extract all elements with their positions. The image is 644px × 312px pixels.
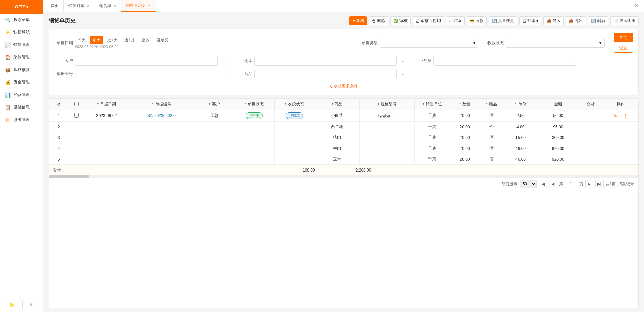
delete-button[interactable]: 🗑 删除: [369, 16, 388, 25]
date-chip-7days[interactable]: 近7天: [105, 36, 120, 44]
cell-checkbox[interactable]: [69, 110, 84, 122]
refresh-button[interactable]: 🔃 刷新: [588, 16, 608, 25]
select-all-checkbox[interactable]: [74, 102, 79, 106]
customer-ellipsis-btn[interactable]: ...: [220, 58, 227, 64]
cell-docnum[interactable]: [129, 143, 194, 154]
export-button[interactable]: 📤 导出: [566, 16, 586, 25]
collapse-more-btn[interactable]: ∧ 收起更多条件: [54, 82, 633, 90]
sort-icon[interactable]: ↕: [515, 102, 517, 106]
tab-sales-history-close-icon[interactable]: ✕: [148, 4, 151, 7]
date-chip-today[interactable]: 今天: [90, 36, 103, 44]
pay-status-select[interactable]: ▾: [506, 38, 605, 48]
sort-icon[interactable]: ↕: [97, 102, 99, 106]
sidebar-item-inventory[interactable]: 📦 库存核算: [0, 63, 43, 76]
sidebar-item-search-menu[interactable]: 🔍 搜索菜单: [0, 14, 43, 26]
query-button[interactable]: 查询: [614, 33, 633, 42]
sort-icon[interactable]: ↕: [422, 102, 424, 106]
staff-input[interactable]: [433, 56, 576, 66]
date-chip-1month[interactable]: 近1月: [122, 36, 138, 44]
show-detail-button[interactable]: 📄 显示明细: [610, 16, 639, 25]
cell-paystatus: 已收款: [274, 110, 314, 122]
collect-icon: 💳: [470, 19, 475, 23]
sort-icon[interactable]: ↕: [208, 102, 211, 106]
goods-input[interactable]: [254, 69, 397, 78]
cell-checkbox[interactable]: [69, 132, 84, 143]
sidebar-bottom-btn2[interactable]: ⏸: [22, 300, 40, 309]
cell-checkbox[interactable]: [69, 154, 84, 165]
staff-ellipsis-btn[interactable]: ...: [578, 58, 586, 64]
col-checkbox-header[interactable]: [69, 99, 84, 110]
collect-button[interactable]: 💳 收款: [467, 16, 487, 25]
next-page-btn[interactable]: ▶: [585, 180, 593, 188]
close-all-tabs-icon[interactable]: ✕: [632, 3, 641, 9]
warehouse-label: 仓库: [234, 58, 252, 64]
sort-icon[interactable]: ↕: [152, 102, 154, 106]
cell-customer: 王总: [194, 110, 234, 122]
footer-qty-total: 100.00: [303, 168, 315, 173]
cell-action: [603, 132, 638, 143]
date-chip-custom[interactable]: 自定义: [153, 36, 171, 44]
setting-button[interactable]: 设置: [614, 44, 633, 53]
row-checkbox[interactable]: [74, 113, 79, 118]
filter-pay-status: 收款状态 ▾: [485, 38, 605, 48]
cell-docnum[interactable]: [129, 122, 194, 132]
warehouse-ellipsis-btn[interactable]: ...: [399, 58, 406, 64]
prev-page-btn[interactable]: ◀: [549, 180, 557, 188]
audit-print-button[interactable]: 🖨 审核并打印: [413, 16, 444, 25]
tab-home[interactable]: 首页: [46, 0, 64, 12]
sidebar-item-quick-nav[interactable]: ⚡ 快捷导航: [0, 26, 43, 38]
last-page-btn[interactable]: ▶|: [595, 180, 604, 188]
batch-change-button[interactable]: 🔄 批量变更: [489, 16, 517, 25]
goods-ellipsis-btn[interactable]: ...: [399, 71, 406, 77]
customer-input[interactable]: [75, 56, 218, 66]
cell-checkbox[interactable]: [69, 143, 84, 154]
edit-action-icon[interactable]: ✎: [613, 113, 617, 119]
col-settings[interactable]: ⚙: [49, 99, 69, 110]
tab-sales-goods[interactable]: 销货单 ✕: [94, 0, 121, 12]
docnum-input[interactable]: [75, 69, 227, 78]
cell-qty: 20.00: [450, 154, 480, 165]
print-button[interactable]: 🖨 打印 ▾: [519, 16, 541, 25]
audit-button[interactable]: ✅ 审核: [390, 16, 411, 25]
sidebar-item-purchase-mgmt[interactable]: 🏠 采购管理: [0, 51, 43, 63]
cell-docnum[interactable]: [129, 132, 194, 143]
sidebar-item-basic-info[interactable]: 📋 基础信息: [0, 101, 43, 113]
tab-sales-goods-close-icon[interactable]: ✕: [113, 4, 116, 8]
doc-type-select[interactable]: ▾: [380, 38, 479, 48]
cell-goods: 西兰花: [314, 122, 360, 132]
page-unit: 页: [579, 181, 583, 187]
more-action-icon[interactable]: ⋮⋮: [619, 113, 628, 119]
sort-icon[interactable]: ↕: [331, 102, 333, 106]
sidebar-item-operations[interactable]: 📊 经营管理: [0, 88, 43, 101]
cell-docnum[interactable]: SA-20230602-0: [129, 110, 194, 122]
sidebar-item-system[interactable]: ⚙ 系统管理: [0, 113, 43, 126]
sales-icon: 📈: [5, 42, 11, 48]
warehouse-input[interactable]: [254, 56, 397, 66]
col-price-header: ↕ 单价: [503, 99, 538, 110]
sort-icon[interactable]: ↕: [285, 102, 287, 106]
sort-icon[interactable]: ↕: [245, 102, 247, 106]
cell-checkbox[interactable]: [69, 122, 84, 132]
sidebar-item-finance[interactable]: 💰 资金管理: [0, 76, 43, 88]
new-button[interactable]: + 新增: [349, 16, 367, 25]
table-scroll-bar[interactable]: [49, 175, 638, 178]
per-page-select[interactable]: 50 100 200: [520, 180, 537, 188]
tab-home-label: 首页: [51, 3, 59, 9]
first-page-btn[interactable]: |◀: [539, 180, 547, 188]
sidebar-bottom-btn1[interactable]: 🌟: [3, 300, 21, 309]
cell-amount: 920.00: [538, 154, 578, 165]
tab-sales-order[interactable]: 销售订单 ✕: [64, 0, 94, 12]
date-chip-yesterday[interactable]: 昨天: [75, 36, 88, 44]
sort-icon[interactable]: ↕: [486, 102, 488, 106]
sidebar-item-sales-mgmt[interactable]: 📈 销售管理: [0, 38, 43, 51]
cell-unit: 千克: [415, 154, 450, 165]
tab-sales-order-close-icon[interactable]: ✕: [87, 4, 89, 8]
date-chip-more[interactable]: 更多: [139, 36, 152, 44]
import-button[interactable]: 📥 导入: [543, 16, 564, 25]
cell-docnum[interactable]: [129, 154, 194, 165]
tab-sales-history[interactable]: 销货单历史 ✕: [121, 0, 156, 12]
sort-icon[interactable]: ↕: [377, 102, 379, 106]
abandon-button[interactable]: ↩ 弃审: [446, 16, 465, 25]
sort-icon[interactable]: ↕: [459, 102, 461, 106]
page-input[interactable]: [565, 180, 577, 188]
